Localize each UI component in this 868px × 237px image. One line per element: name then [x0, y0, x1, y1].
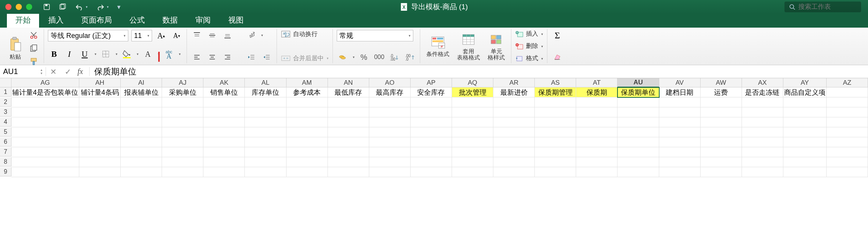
cell[interactable] [576, 97, 617, 107]
column-header[interactable]: AU [617, 78, 659, 87]
cell[interactable]: 建档日期 [659, 87, 701, 97]
cell[interactable] [162, 97, 203, 107]
cell[interactable] [701, 107, 742, 117]
cell[interactable] [493, 157, 535, 167]
cell[interactable] [452, 97, 493, 107]
cell[interactable] [493, 127, 535, 137]
cell[interactable] [742, 137, 783, 147]
cell[interactable]: 参考成本 [287, 87, 328, 97]
cell[interactable] [328, 157, 369, 167]
cell[interactable] [121, 157, 162, 167]
format-as-table-button[interactable]: 套用 表格格式 [455, 31, 482, 61]
align-top-icon[interactable] [191, 30, 203, 41]
formula-value[interactable]: 保质期单位 [90, 66, 868, 77]
cell[interactable] [203, 157, 245, 167]
column-header[interactable]: AH [79, 78, 121, 87]
column-header[interactable]: AT [576, 78, 617, 87]
cell[interactable] [783, 97, 827, 107]
cell[interactable] [617, 117, 659, 127]
cell[interactable] [79, 117, 121, 127]
cell[interactable] [701, 167, 742, 177]
currency-icon[interactable] [337, 52, 349, 63]
name-box[interactable]: AU1 ▴▾ [0, 67, 46, 76]
format-cells-button[interactable]: 格式▾ [515, 54, 543, 63]
cell[interactable] [701, 137, 742, 147]
cell[interactable]: 保质期管理 [535, 87, 576, 97]
wrap-text-button[interactable]: ab 自动换行 [281, 30, 329, 38]
cell[interactable] [783, 157, 827, 167]
row-header[interactable]: 4 [0, 117, 11, 127]
cell[interactable]: 是否走冻链 [742, 87, 783, 97]
cell[interactable] [535, 157, 576, 167]
column-header[interactable]: AM [287, 78, 328, 87]
copy-icon[interactable] [28, 43, 40, 54]
cell[interactable] [287, 97, 328, 107]
cell[interactable]: 保质期单位 [617, 87, 659, 97]
cell[interactable] [742, 167, 783, 177]
cell[interactable] [659, 157, 701, 167]
column-header[interactable]: AW [701, 78, 742, 87]
fx-icon[interactable]: fx [75, 67, 90, 76]
cell[interactable] [659, 107, 701, 117]
cell[interactable] [11, 127, 79, 137]
cell[interactable] [369, 167, 411, 177]
cell[interactable] [493, 147, 535, 157]
cell[interactable] [245, 167, 286, 177]
tab-insert[interactable]: 插入 [40, 13, 72, 28]
cell[interactable] [411, 147, 452, 157]
spreadsheet-grid[interactable]: AGAHAIAJAKALAMANAOAPAQARASATAUAVAWAXAYAZ… [0, 78, 868, 177]
cell[interactable]: 辅计量4是否包装单位 [11, 87, 79, 97]
format-painter-icon[interactable] [28, 56, 40, 67]
cell[interactable] [742, 157, 783, 167]
redo-icon[interactable]: ▾ [96, 3, 109, 10]
cell[interactable] [452, 137, 493, 147]
cell[interactable] [11, 167, 79, 177]
cut-icon[interactable] [28, 30, 40, 41]
cell[interactable] [162, 107, 203, 117]
minimize-window-icon[interactable] [16, 4, 22, 10]
cell[interactable] [203, 147, 245, 157]
italic-button[interactable]: I [63, 49, 75, 59]
column-header[interactable]: AP [411, 78, 452, 87]
cell[interactable] [411, 127, 452, 137]
cell[interactable] [245, 147, 286, 157]
cell[interactable] [245, 97, 286, 107]
row-header[interactable]: 9 [0, 167, 11, 176]
maximize-window-icon[interactable] [26, 4, 32, 10]
cell[interactable]: 销售单位 [203, 87, 245, 97]
cell[interactable] [827, 127, 868, 137]
cell[interactable] [452, 167, 493, 177]
cell[interactable] [121, 167, 162, 177]
cell[interactable]: 最低库存 [328, 87, 369, 97]
row-header[interactable]: 8 [0, 157, 11, 166]
cell[interactable] [617, 127, 659, 137]
row-header[interactable]: 5 [0, 127, 11, 137]
cell[interactable] [369, 97, 411, 107]
number-format-combo[interactable]: 常规▾ [337, 30, 413, 41]
cell[interactable] [576, 117, 617, 127]
search-box[interactable] [784, 2, 861, 12]
cell[interactable] [742, 147, 783, 157]
cell[interactable] [79, 137, 121, 147]
cell[interactable] [162, 147, 203, 157]
cell[interactable] [659, 127, 701, 137]
cell[interactable] [162, 137, 203, 147]
paste-button[interactable]: 粘贴 [6, 36, 25, 61]
cell[interactable] [576, 147, 617, 157]
column-header[interactable]: AO [369, 78, 411, 87]
cell[interactable] [11, 117, 79, 127]
undo-icon[interactable]: ▾ [75, 3, 88, 10]
column-header[interactable]: AG [11, 78, 79, 87]
cell[interactable] [576, 127, 617, 137]
cell[interactable] [121, 137, 162, 147]
cell[interactable] [411, 117, 452, 127]
cell[interactable] [535, 107, 576, 117]
column-header[interactable]: AI [121, 78, 162, 87]
cell[interactable] [452, 127, 493, 137]
increase-decimal-icon[interactable]: .0.00 [388, 52, 401, 63]
font-color-icon[interactable]: A [142, 49, 154, 59]
cell[interactable] [617, 157, 659, 167]
cell[interactable] [287, 167, 328, 177]
select-all-corner[interactable] [0, 78, 11, 87]
cell[interactable] [827, 167, 868, 177]
